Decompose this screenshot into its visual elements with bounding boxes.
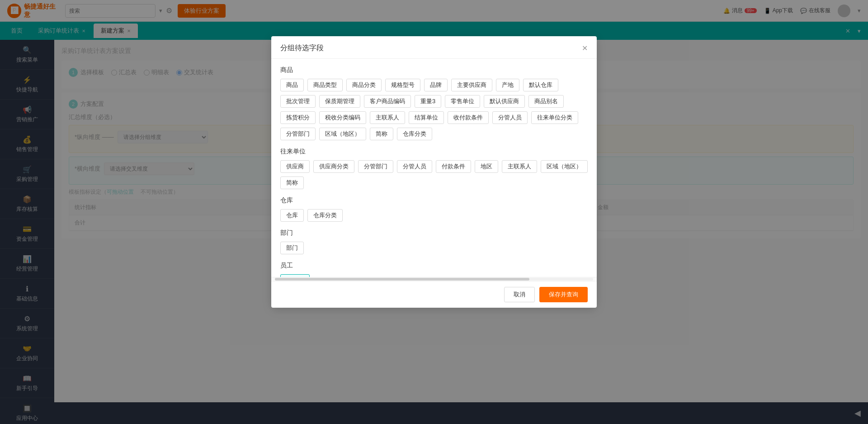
group-title-employee: 员工	[280, 262, 588, 270]
field-group-warehouse: 仓库 仓库 仓库分类	[280, 196, 588, 222]
chip-origin[interactable]: 产地	[496, 79, 519, 91]
chip-partner-dept[interactable]: 分管部门	[358, 160, 393, 173]
field-group-product: 商品 商品 商品类型 商品分类 规格型号 品牌 主要供应商 产地 默认仓库 批次…	[280, 66, 588, 140]
hscroll-thumb	[275, 278, 529, 281]
chip-default-warehouse[interactable]: 默认仓库	[523, 79, 558, 91]
field-group-employee: 员工 业务员	[280, 262, 588, 277]
chip-spec-type[interactable]: 规格型号	[385, 79, 420, 91]
chip-region[interactable]: 区域（地区）	[319, 128, 366, 140]
group-title-warehouse: 仓库	[280, 196, 588, 205]
chip-retail-unit[interactable]: 零售单位	[445, 95, 480, 108]
modal-close-button[interactable]: ✕	[582, 44, 588, 52]
chip-supplier[interactable]: 供应商	[280, 160, 310, 173]
chip-supervisor[interactable]: 分管人员	[492, 111, 528, 124]
chip-product-category[interactable]: 商品分类	[346, 79, 382, 91]
chip-shelf-life[interactable]: 保质期管理	[319, 95, 360, 108]
chip-payment-terms[interactable]: 收付款条件	[448, 111, 489, 124]
group-title-partner: 往来单位	[280, 148, 588, 156]
chip-brand[interactable]: 品牌	[424, 79, 448, 91]
chip-short-name[interactable]: 简称	[370, 128, 393, 140]
modal-header: 分组待选字段 ✕	[271, 36, 597, 59]
modal-title: 分组待选字段	[280, 43, 324, 53]
modal-hscroll[interactable]	[271, 277, 597, 281]
hscroll-track	[275, 278, 593, 281]
modal-footer: 取消 保存并查询	[271, 281, 597, 308]
chip-partner-short-name[interactable]: 简称	[280, 176, 304, 189]
chip-main-contact[interactable]: 主联系人	[370, 111, 405, 124]
chip-partner-supervisor[interactable]: 分管人员	[397, 160, 432, 173]
chip-dept-in-charge[interactable]: 分管部门	[280, 128, 316, 140]
chip-batch-mgmt[interactable]: 批次管理	[280, 95, 316, 108]
save-query-button[interactable]: 保存并查询	[539, 287, 588, 302]
chip-product-type[interactable]: 商品类型	[307, 79, 343, 91]
chip-settlement-unit[interactable]: 结算单位	[409, 111, 444, 124]
chip-payment-condition[interactable]: 付款条件	[436, 160, 471, 173]
chip-partner-category[interactable]: 往来单位分类	[531, 111, 578, 124]
chip-warehouse-category[interactable]: 仓库分类	[397, 128, 432, 140]
chip-dept[interactable]: 部门	[280, 242, 304, 254]
chip-partner-main-contact[interactable]: 主联系人	[502, 160, 537, 173]
chip-weight3[interactable]: 重量3	[415, 95, 441, 108]
chip-supplier-category[interactable]: 供应商分类	[313, 160, 354, 173]
chip-tax-code[interactable]: 税收分类编码	[319, 111, 366, 124]
chip-partner-region[interactable]: 区域（地区）	[541, 160, 588, 173]
partner-chips: 供应商 供应商分类 分管部门 分管人员 付款条件 地区 主联系人 区域（地区） …	[280, 160, 588, 189]
modal: 分组待选字段 ✕ 商品 商品 商品类型 商品分类 规格型号 品牌 主要供应商 产…	[271, 36, 597, 308]
modal-body[interactable]: 商品 商品 商品类型 商品分类 规格型号 品牌 主要供应商 产地 默认仓库 批次…	[271, 59, 597, 277]
chip-default-supplier[interactable]: 默认供应商	[484, 95, 525, 108]
chip-warehouse-cat[interactable]: 仓库分类	[307, 209, 343, 222]
cancel-button[interactable]: 取消	[504, 287, 535, 302]
product-chips: 商品 商品类型 商品分类 规格型号 品牌 主要供应商 产地 默认仓库 批次管理 …	[280, 79, 588, 140]
chip-area[interactable]: 地区	[475, 160, 498, 173]
chip-product-alias[interactable]: 商品别名	[528, 95, 564, 108]
chip-warehouse[interactable]: 仓库	[280, 209, 304, 222]
group-title-dept: 部门	[280, 229, 588, 237]
group-title-product: 商品	[280, 66, 588, 74]
chip-product[interactable]: 商品	[280, 79, 304, 91]
modal-overlay: 分组待选字段 ✕ 商品 商品 商品类型 商品分类 规格型号 品牌 主要供应商 产…	[0, 0, 868, 424]
chip-pick-points[interactable]: 拣货积分	[280, 111, 316, 124]
dept-chips: 部门	[280, 242, 588, 254]
field-group-dept: 部门 部门	[280, 229, 588, 254]
chip-customer-sku[interactable]: 客户商品编码	[364, 95, 411, 108]
field-group-partner: 往来单位 供应商 供应商分类 分管部门 分管人员 付款条件 地区 主联系人 区域…	[280, 148, 588, 189]
warehouse-chips: 仓库 仓库分类	[280, 209, 588, 222]
chip-main-supplier[interactable]: 主要供应商	[451, 79, 492, 91]
